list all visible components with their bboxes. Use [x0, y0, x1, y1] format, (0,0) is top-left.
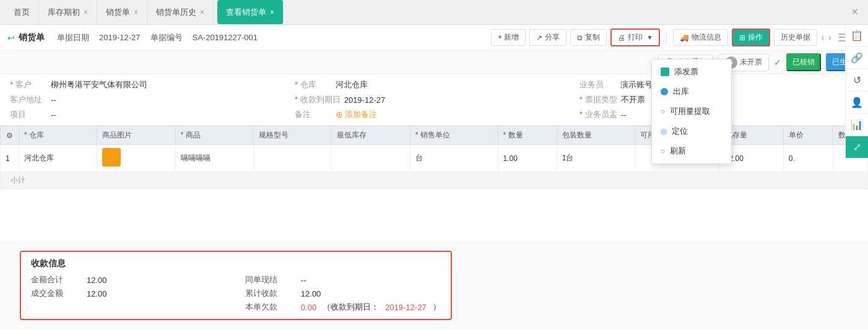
doc-type-icon: ↩: [7, 33, 15, 43]
right-icon-expand[interactable]: ⤢: [846, 136, 868, 158]
right-icon-1[interactable]: 📋: [846, 25, 868, 47]
history-button[interactable]: 历史单据: [774, 29, 817, 46]
cell-product: 嗝嗝嗝嗝: [175, 145, 253, 172]
subtotal-label: 小计: [1, 172, 868, 189]
col-img: 商品图片: [97, 126, 175, 145]
cell-qty: 1.00: [498, 145, 557, 172]
col-min-stock: 最低库存: [332, 126, 410, 145]
project-field: 项目 --: [10, 109, 289, 120]
dropdown-out-warehouse[interactable]: 出库: [652, 82, 731, 102]
tab-close-history[interactable]: ×: [200, 8, 204, 17]
table-header-row: ⚙ * 仓库 商品图片 * 商品 规格型号 最低库存 * 销售单位 * 数量 包…: [1, 126, 868, 145]
cumulative-value: 12.00: [301, 289, 321, 298]
doc-type-label: 销货单: [19, 32, 45, 43]
arrears-value: 0.00: [301, 303, 316, 312]
logistics-button[interactable]: 🚚 物流信息: [673, 29, 728, 46]
col-unit: * 销售单位: [410, 126, 498, 145]
add-invoice-icon: [661, 67, 669, 76]
customer-label: * 客户: [10, 79, 47, 90]
payment-title: 收款信息: [31, 258, 441, 269]
same-settle-value: --: [301, 276, 306, 285]
same-settle-row: 同单现结 --: [245, 274, 441, 285]
out-warehouse-icon: [661, 88, 668, 95]
due-date-field: * 收款到期日 2019-12-27: [295, 94, 573, 105]
verify-icon: ✓: [774, 58, 781, 67]
tab-close-sales[interactable]: ×: [134, 8, 138, 17]
arrears-note: （收款到期日：: [323, 302, 379, 313]
tab-close-view[interactable]: ×: [270, 8, 274, 17]
transaction-label: 成交金额: [31, 288, 80, 299]
divider: [666, 32, 667, 44]
tab-bar: 首页 库存期初 × 销货单 × 销货单历史 × 查看销货单 × ×: [0, 0, 868, 25]
warehouse-label: * 仓库: [295, 79, 332, 90]
dropdown-locate[interactable]: ◎ 定位: [652, 121, 731, 141]
right-icon-3[interactable]: ↺: [846, 69, 868, 92]
copy-button[interactable]: ⧉ 复制: [570, 29, 607, 46]
number-label: 单据编号: [150, 32, 183, 43]
tab-home[interactable]: 首页: [5, 0, 39, 24]
cumulative-row: 累计收款 12.00: [245, 288, 441, 299]
ticket-value: 不开票: [621, 94, 645, 105]
product-table: ⚙ * 仓库 商品图片 * 商品 规格型号 最低库存 * 销售单位 * 数量 包…: [0, 126, 868, 189]
col-spec: 规格型号: [253, 126, 331, 145]
dropdown-available-pick[interactable]: ○ 可用量提取: [652, 102, 731, 121]
cell-spec: [253, 145, 331, 172]
col-price: 单价: [783, 126, 833, 145]
number-value: SA-20191227-001: [193, 33, 258, 42]
col-gear: ⚙: [1, 126, 19, 145]
address-value: --: [51, 95, 56, 105]
tab-close-inventory[interactable]: ×: [84, 8, 88, 17]
address-field: 客户地址 --: [10, 94, 289, 105]
project-value: --: [51, 110, 56, 119]
col-pack: 包装数量: [557, 126, 635, 145]
amount-total-value: 12.00: [87, 276, 107, 285]
staff-label: 业务员: [579, 79, 617, 90]
print-button[interactable]: 🖨 打印 ▼: [610, 28, 660, 46]
tab-inventory-init[interactable]: 库存期初 ×: [39, 0, 97, 24]
window-close-button[interactable]: ×: [846, 6, 863, 19]
tab-sales-order[interactable]: 销货单 ×: [97, 0, 147, 24]
dropdown-add-invoice[interactable]: 添发票: [652, 62, 731, 82]
staff2-label: * 业务员盂: [579, 109, 617, 120]
cell-warehouse: 河北仓库: [19, 145, 97, 172]
warehouse-field: * 仓库 河北仓库: [295, 79, 573, 90]
add-button[interactable]: + 新增: [491, 29, 526, 46]
right-icon-2[interactable]: 🔗: [846, 47, 868, 69]
cell-no: 1: [1, 145, 19, 172]
payment-grid: 金额合计 12.00 同单现结 -- 成交金额 12.00 累计收款 12.00: [31, 274, 441, 313]
toolbar-actions: + 新增 ↗ 分享 ⧉ 复制 🖨 打印 ▼ 🚚 物流信: [491, 28, 861, 46]
share-button[interactable]: ↗ 分享: [529, 29, 566, 46]
right-icon-5[interactable]: 📊: [846, 114, 868, 136]
cell-unit: 台: [410, 145, 498, 172]
address-label: 客户地址: [10, 94, 47, 105]
same-settle-label: 同单现结: [245, 274, 295, 285]
date-value: 2019-12-27: [99, 33, 141, 42]
arrears-row: 本单欠款 0.00 （收款到期日： 2019-12-27 ）: [245, 302, 441, 313]
form-area: * 客户 柳州粤港平安气体有限公司 * 仓库 河北仓库 业务员 演示账号 客户地…: [0, 74, 868, 126]
due-date-value: 2019-12-27: [344, 95, 386, 105]
staff-value: 演示账号: [620, 79, 653, 90]
dropdown-refresh[interactable]: ○ 刷新: [652, 141, 731, 161]
col-warehouse: * 仓库: [19, 126, 97, 145]
col-qty: * 数量: [498, 126, 557, 145]
cell-img: [97, 145, 175, 172]
cell-pack: 1台: [557, 145, 635, 172]
operation-button[interactable]: ⊞ 操作: [732, 28, 770, 46]
payment-box: 收款信息 金额合计 12.00 同单现结 -- 成交金额 12.00: [20, 251, 452, 320]
ticket-label: * 票据类型: [579, 94, 617, 105]
right-icon-4[interactable]: 👤: [846, 92, 868, 114]
nav-next[interactable]: ›: [828, 32, 831, 43]
note-label: 备注: [295, 109, 332, 120]
amount-total-row: 金额合计 12.00: [31, 274, 227, 285]
toolbar: ↩ 销货单 单据日期 2019-12-27 单据编号 SA-20191227-0…: [0, 25, 868, 51]
add-note-button[interactable]: ⊕ 添加备注: [336, 109, 377, 120]
arrears-label: 本单欠款: [245, 302, 295, 313]
customer-value: 柳州粤港平安气体有限公司: [51, 79, 147, 90]
operation-dropdown: 添发票 出库 ○ 可用量提取 ◎ 定位 ○ 刷新: [651, 59, 732, 164]
verified-button[interactable]: 已核销: [786, 53, 821, 71]
nav-prev[interactable]: ‹: [821, 32, 824, 43]
arrears-date: 2019-12-27: [385, 303, 427, 312]
tab-view-sales[interactable]: 查看销货单 ×: [217, 0, 284, 24]
subtotal-row: 小计: [1, 172, 868, 189]
tab-sales-history[interactable]: 销货单历史 ×: [147, 0, 214, 24]
